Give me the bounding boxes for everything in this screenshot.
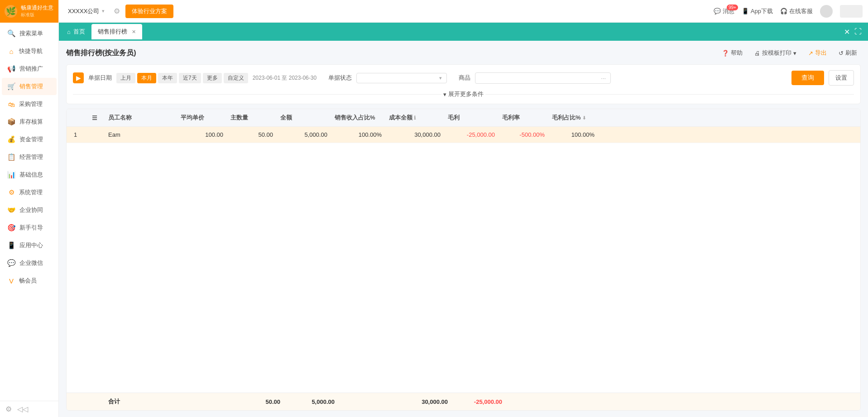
col-header-profit-pct: 毛利占比% ⬇: [548, 109, 598, 126]
query-button[interactable]: 查询: [791, 71, 824, 85]
quick-nav-icon: ⌂: [7, 48, 15, 55]
app-download-group[interactable]: 📱 App下载: [742, 7, 773, 15]
message-group[interactable]: 💬 消息 99+: [714, 7, 734, 15]
sidebar-item-inventory[interactable]: 📦 库存核算: [2, 113, 57, 130]
main-content: XXXXX公司 ▾ ⚙ 体验行业方案 💬 消息 99+ 📱 App下载 🎧 在线…: [59, 0, 868, 417]
sidebar-item-wechat[interactable]: 💬 企业微信: [2, 254, 57, 272]
trial-button[interactable]: 体验行业方案: [125, 5, 173, 18]
member-icon: V: [7, 277, 15, 285]
svg-text:🌿: 🌿: [6, 6, 16, 16]
message-icon: 💬: [714, 8, 721, 14]
online-service-group[interactable]: 🎧 在线客服: [780, 7, 813, 15]
topbar-settings-icon[interactable]: ⚙: [114, 7, 120, 15]
col-header-amount: 全额: [277, 109, 331, 126]
page-actions: ❓ 帮助 🖨 按模板打印 ▾ ↗ 导出 ↺ 刷新: [718, 47, 861, 59]
collapse-icon[interactable]: ◁◁: [17, 405, 28, 413]
sales-icon: 🛒: [7, 82, 16, 91]
export-button[interactable]: ↗ 导出: [805, 47, 830, 59]
more-conditions-row[interactable]: ▾ 展开更多条件: [73, 90, 854, 98]
cost-info-icon[interactable]: ℹ: [414, 115, 416, 121]
tab-close-all-icon[interactable]: ✕: [844, 28, 850, 36]
cell-qty: 50.00: [227, 127, 277, 143]
cell-margin: -500.00%: [499, 127, 548, 143]
sidebar-label-wechat: 企业微信: [19, 259, 43, 267]
sidebar-item-marketing[interactable]: 📢 营销推广: [2, 60, 57, 77]
export-icon: ↗: [808, 50, 813, 57]
topbar-right: 💬 消息 99+ 📱 App下载 🎧 在线客服: [714, 5, 863, 18]
sidebar-item-finance[interactable]: 💰 资金管理: [2, 131, 57, 148]
tab-fullscreen-icon[interactable]: ⛶: [854, 28, 862, 36]
help-button[interactable]: ❓ 帮助: [718, 47, 746, 59]
profit-pct-sort-icon[interactable]: ⬇: [582, 115, 586, 120]
date-btn-custom[interactable]: 自定义: [224, 73, 248, 83]
col-header-avg-price: 平均单价: [177, 109, 227, 126]
more-conditions-label: 展开更多条件: [448, 90, 484, 98]
purchase-icon: 🛍: [7, 101, 15, 108]
col-header-margin: 毛利率: [499, 109, 548, 126]
goods-label: 商品: [459, 74, 470, 82]
sidebar-item-system[interactable]: ⚙ 系统管理: [2, 184, 57, 201]
sidebar-menu: 🔍 搜索菜单⌂ 快捷导航📢 营销推广🛒 销售管理🛍 采购管理📦 库存核算💰 资金…: [0, 23, 58, 401]
basic-icon: 📊: [7, 171, 16, 179]
date-range-display: 2023-06-01 至 2023-06-30: [253, 74, 317, 82]
footer-label: 合计: [108, 398, 181, 406]
tab-home[interactable]: ⌂ 首页: [61, 24, 91, 39]
settings-button[interactable]: 设置: [829, 70, 854, 86]
print-button[interactable]: 🖨 按模板打印 ▾: [751, 47, 800, 59]
tabbar: ⌂ 首页 销售排行榜 ✕ ✕ ⛶: [59, 23, 868, 41]
sidebar-item-enterprise[interactable]: 🤝 企业协同: [2, 201, 57, 219]
tab-close-icon[interactable]: ✕: [132, 29, 136, 35]
more-conditions-right-line: [485, 94, 854, 95]
table-row[interactable]: 1 Eam 100.00 50.00 5,000.00 100.00% 30,0…: [67, 127, 860, 143]
user-avatar[interactable]: [820, 5, 833, 18]
sidebar-item-member[interactable]: V 畅会员: [2, 272, 57, 289]
col-header-sales-pct: 销售收入占比%: [331, 109, 385, 126]
print-icon: 🖨: [754, 50, 760, 57]
sidebar-item-purchase[interactable]: 🛍 采购管理: [2, 96, 57, 113]
cell-profit-pct: 100.00%: [548, 127, 598, 143]
tab-sales-ranking[interactable]: 销售排行榜 ✕: [91, 24, 142, 39]
topbar: XXXXX公司 ▾ ⚙ 体验行业方案 💬 消息 99+ 📱 App下载 🎧 在线…: [59, 0, 868, 23]
sidebar-item-guide[interactable]: 🎯 新手引导: [2, 219, 57, 236]
company-name: XXXXX公司: [68, 7, 99, 15]
wechat-icon: 💬: [7, 259, 16, 267]
sidebar-item-search[interactable]: 🔍 搜索菜单: [2, 25, 57, 42]
date-btn-last-month[interactable]: 上月: [116, 73, 135, 83]
company-selector[interactable]: XXXXX公司 ▾: [64, 5, 108, 17]
status-select[interactable]: ▾: [356, 73, 447, 83]
sidebar-item-operations[interactable]: 📋 经营管理: [2, 149, 57, 166]
sidebar-label-guide: 新手引导: [19, 224, 43, 232]
footer-cost: 30,000.00: [389, 398, 448, 405]
sidebar-item-apps[interactable]: 📱 应用中心: [2, 237, 57, 254]
user-name-placeholder: [840, 5, 863, 18]
sidebar-label-sales: 销售管理: [19, 82, 43, 91]
sidebar: 🌿 畅康通好生意 标准版 🔍 搜索菜单⌂ 快捷导航📢 营销推广🛒 销售管理🛍 采…: [0, 0, 59, 417]
date-btn-this-month[interactable]: 本月: [137, 73, 156, 83]
sidebar-item-basic[interactable]: 📊 基础信息: [2, 166, 57, 183]
expand-more-icon: ▾: [443, 91, 446, 98]
sidebar-logo: 🌿 畅康通好生意 标准版: [0, 0, 58, 23]
sidebar-label-apps: 应用中心: [19, 241, 43, 249]
col-header-icon[interactable]: ☰: [88, 109, 105, 126]
date-btn-more[interactable]: 更多: [203, 73, 222, 83]
refresh-button[interactable]: ↺ 刷新: [835, 47, 861, 59]
sidebar-label-inventory: 库存核算: [19, 118, 43, 126]
help-icon: ❓: [722, 50, 729, 57]
sidebar-label-quick-nav: 快捷导航: [19, 47, 43, 55]
date-btn-this-year[interactable]: 本年: [158, 73, 177, 83]
home-icon: ⌂: [67, 29, 71, 35]
filter-area: ▶ 单据日期 上月 本月 本年 近7天 更多 自定义 2023-06-01 至 …: [66, 64, 861, 104]
tabbar-right: ✕ ⛶: [844, 28, 866, 36]
filter-expand-icon[interactable]: ▶: [73, 72, 84, 83]
company-arrow-icon: ▾: [102, 8, 105, 14]
goods-select[interactable]: ···: [475, 72, 611, 84]
search-icon: 🔍: [7, 29, 16, 38]
apps-icon: 📱: [7, 241, 16, 249]
sidebar-label-marketing: 营销推广: [19, 65, 43, 73]
table-footer: 合计 50.00 5,000.00 30,000.00 -25,000.00: [67, 393, 860, 410]
settings-bottom-icon[interactable]: ⚙: [5, 405, 12, 413]
date-btn-7days[interactable]: 近7天: [179, 73, 201, 83]
col-header-cost: 成本全额 ℹ: [385, 109, 444, 126]
sidebar-item-quick-nav[interactable]: ⌂ 快捷导航: [2, 43, 57, 60]
sidebar-item-sales[interactable]: 🛒 销售管理: [2, 78, 57, 95]
